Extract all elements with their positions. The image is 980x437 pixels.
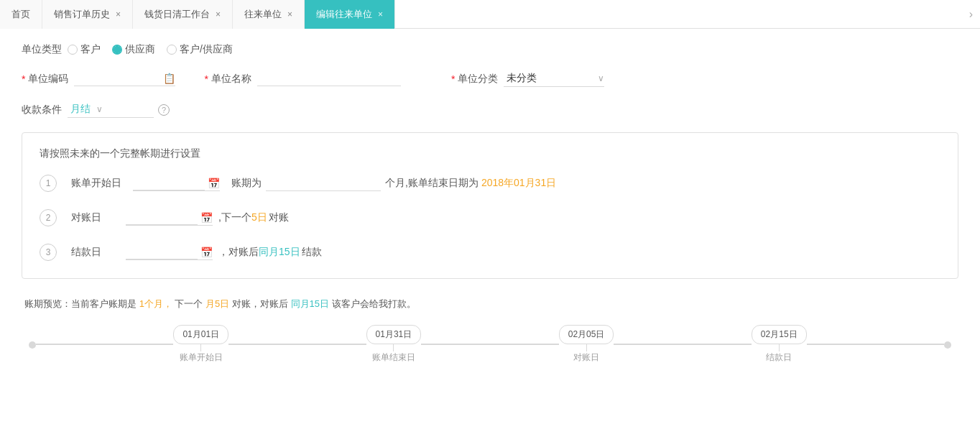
period-desc-prefix: 账期为 — [231, 177, 262, 190]
timeline-line-2 — [228, 344, 366, 345]
radio-both[interactable]: 客户/供应商 — [167, 43, 233, 56]
payment-terms-row: 收款条件 月结 ∨ ? — [22, 101, 958, 118]
close-edit-partner[interactable]: × — [378, 9, 383, 19]
close-sales-history[interactable]: × — [116, 9, 121, 19]
timeline-end-dot — [944, 341, 951, 349]
timeline-stem-4 — [779, 344, 780, 351]
reconcile-date-input[interactable]: 2018-02-05 — [126, 210, 198, 225]
setting-label-2: 对账日 — [71, 211, 114, 224]
timeline-node-2: 01月31日 账单结束日 — [366, 325, 422, 364]
main-content: 单位类型 客户 供应商 客户/供应商 * 单位编码 — [0, 29, 980, 437]
unit-name-field: * 单位名称 河南供应商22 — [204, 71, 400, 86]
unit-category-field: * 单位分类 未分类 ∨ — [451, 70, 604, 87]
close-partner-units[interactable]: × — [287, 9, 292, 19]
setting-num-2: 2 — [40, 209, 57, 226]
unit-name-label: 单位名称 — [211, 73, 251, 86]
preview-text: 账期预览：当前客户账期是 1个月， 下一个 月5日 对账，对账后 同月15日 该… — [22, 298, 958, 310]
unit-code-input-wrapper: 000001 📋 — [74, 71, 175, 86]
payment-date-input-wrapper: 2018-02-15 📅 — [126, 244, 213, 260]
settings-box: 请按照未来的一个完整帐期进行设置 1 账单开始日 2018-01-01 📅 账期… — [22, 132, 958, 279]
payment-terms-field: 收款条件 月结 ∨ ? — [22, 101, 170, 118]
timeline-badge-3: 02月05日 — [559, 325, 614, 344]
payment-desc-prefix: ，对账后 — [218, 246, 259, 259]
timeline-badge-1: 01月01日 — [173, 325, 228, 344]
tab-cash-ledger-label: 钱货日清工作台 — [144, 8, 210, 21]
timeline-line-3 — [421, 344, 558, 345]
setting-row-2: 2 对账日 2018-02-05 📅 ,下一个 5日 对账 — [40, 209, 940, 226]
timeline-node-4: 02月15日 结款日 — [752, 325, 807, 364]
timeline-stem-1 — [200, 344, 201, 351]
payment-terms-select[interactable]: 月结 ∨ — [68, 101, 154, 118]
setting-row-1: 1 账单开始日 2018-01-01 📅 账期为 1 个月,账单结束日期为 20… — [40, 175, 940, 192]
unit-category-label: 单位分类 — [458, 73, 498, 86]
setting-label-1: 账单开始日 — [71, 177, 121, 190]
timeline-line-4 — [614, 344, 751, 345]
tab-partner-units[interactable]: 往来单位 × — [233, 0, 305, 29]
preview-prefix: 账期预览：当前客户账期是 — [24, 298, 137, 309]
radio-both-circle — [167, 45, 177, 55]
radio-supplier[interactable]: 供应商 — [112, 43, 155, 56]
setting-label-3: 结款日 — [71, 246, 114, 259]
unit-category-star: * — [451, 73, 455, 85]
payment-desc-suffix: 结款 — [302, 246, 322, 259]
setting-num-2-text: 2 — [46, 213, 51, 223]
timeline-line-1 — [36, 344, 173, 345]
timeline-stem-3 — [586, 344, 587, 351]
start-date-calendar[interactable]: 📅 — [208, 178, 220, 189]
radio-supplier-circle — [112, 45, 122, 55]
radio-supplier-label: 供应商 — [125, 43, 155, 56]
unit-category-value: 未分类 — [504, 70, 598, 86]
timeline-line-5 — [807, 344, 944, 345]
reconcile-highlight-day: 5日 — [251, 211, 267, 224]
payment-terms-arrow: ∨ — [96, 104, 103, 114]
unit-code-icon[interactable]: 📋 — [163, 73, 175, 84]
timeline-badge-4: 02月15日 — [752, 325, 807, 344]
setting-num-3-text: 3 — [46, 247, 51, 257]
payment-terms-value: 月结 — [68, 101, 93, 117]
period-input[interactable]: 1 — [266, 176, 381, 191]
timeline-node-1: 01月01日 账单开始日 — [173, 325, 228, 364]
preview-middle: 对账，对账后 — [232, 298, 288, 309]
unit-code-input[interactable]: 000001 — [74, 71, 160, 86]
timeline-label-3: 对账日 — [573, 351, 599, 364]
radio-customer-circle — [68, 45, 78, 55]
tabs-bar: 首页 销售订单历史 × 钱货日清工作台 × 往来单位 × 编辑往来单位 × › — [0, 0, 980, 29]
radio-customer[interactable]: 客户 — [68, 43, 101, 56]
tab-partner-units-label: 往来单位 — [244, 8, 282, 21]
tab-home-label: 首页 — [11, 8, 30, 21]
tab-edit-partner[interactable]: 编辑往来单位 × — [305, 0, 395, 29]
payment-date-input[interactable]: 2018-02-15 — [126, 244, 198, 259]
tab-more-button[interactable]: › — [962, 8, 980, 21]
unit-name-star: * — [204, 73, 208, 85]
unit-type-radio-group: 客户 供应商 客户/供应商 — [68, 43, 233, 56]
setting-num-3: 3 — [40, 244, 57, 261]
preview-connector: 下一个 — [175, 298, 203, 309]
timeline-label-1: 账单开始日 — [180, 351, 223, 364]
reconcile-date-calendar[interactable]: 📅 — [200, 212, 213, 224]
tab-cash-ledger[interactable]: 钱货日清工作台 × — [133, 0, 233, 29]
unit-category-dropdown[interactable]: 未分类 ∨ — [504, 70, 604, 87]
unit-code-star: * — [22, 73, 25, 85]
payment-terms-help[interactable]: ? — [158, 104, 170, 116]
unit-type-label: 单位类型 — [22, 43, 62, 56]
reconcile-desc-suffix: 对账 — [269, 211, 289, 224]
timeline-badge-2: 01月31日 — [366, 325, 422, 344]
settings-title: 请按照未来的一个完整帐期进行设置 — [40, 147, 940, 160]
payment-highlight-day: 同月15日 — [259, 246, 300, 259]
start-date-input[interactable]: 2018-01-01 — [133, 175, 205, 190]
radio-both-label: 客户/供应商 — [180, 43, 233, 56]
tab-edit-partner-label: 编辑往来单位 — [316, 8, 372, 21]
payment-date-calendar[interactable]: 📅 — [200, 247, 213, 258]
reconcile-date-input-wrapper: 2018-02-05 📅 — [126, 210, 213, 226]
close-cash-ledger[interactable]: × — [216, 9, 221, 19]
radio-customer-label: 客户 — [80, 43, 101, 56]
tab-home[interactable]: 首页 — [0, 0, 42, 29]
setting-num-1-text: 1 — [46, 178, 51, 188]
tab-sales-history[interactable]: 销售订单历史 × — [42, 0, 133, 29]
unit-type-field: 单位类型 客户 供应商 客户/供应商 — [22, 43, 233, 56]
setting-num-1: 1 — [40, 175, 57, 192]
start-date-input-wrapper: 2018-01-01 📅 — [133, 175, 220, 191]
unit-name-input[interactable]: 河南供应商22 — [257, 71, 401, 86]
period-unit: 个月,账单结束日期为 — [385, 177, 479, 190]
timeline-start-dot — [29, 341, 36, 349]
